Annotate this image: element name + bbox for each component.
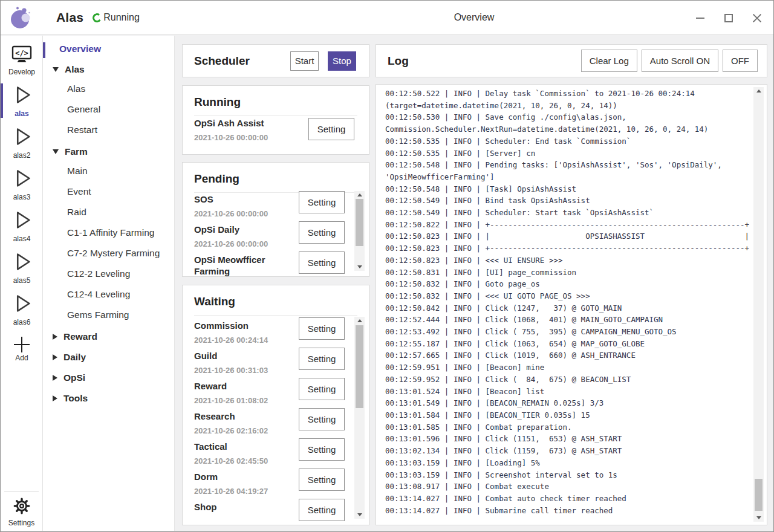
rail-item-develop[interactable]: </> Develop <box>1 43 43 77</box>
task-name: Reward <box>194 380 297 392</box>
scheduler-status: Running <box>103 12 140 23</box>
nav-item-raid[interactable]: Raid <box>43 207 174 220</box>
setting-button[interactable]: Setting <box>299 499 345 521</box>
setting-button[interactable]: Setting <box>308 118 354 140</box>
log-line: 00:12:50.822 | INFO | +-----------------… <box>385 219 750 231</box>
chevron-down-icon <box>53 149 59 154</box>
nav-menu: Overview Alas Alas General Restart Farm … <box>43 36 175 531</box>
setting-button[interactable]: Setting <box>299 378 345 400</box>
nav-item-general[interactable]: General <box>43 104 174 117</box>
log-line: 00:12:50.535 | INFO | Scheduler: End tas… <box>385 135 750 148</box>
scroll-up-arrow-icon[interactable] <box>354 317 365 325</box>
rail-item-label: alas <box>15 109 28 118</box>
task-row: Tactical 2021-10-26 02:45:50 Setting <box>194 441 354 465</box>
plus-icon <box>14 337 30 352</box>
log-line: 00:12:50.831 | INFO | [UI] page_commissi… <box>385 267 750 279</box>
scroll-up-arrow-icon[interactable] <box>354 191 365 199</box>
rail-item-alas4[interactable]: alas4 <box>1 207 43 244</box>
auto-scroll-on-button[interactable]: Auto Scroll ON <box>642 50 718 72</box>
log-line: 00:12:50.832 | INFO | <<< UI GOTO PAGE_O… <box>385 290 750 302</box>
start-button[interactable]: Start <box>290 51 319 71</box>
play-icon <box>11 251 33 275</box>
svg-text:</>: </> <box>15 49 28 57</box>
divider <box>194 315 357 316</box>
close-button[interactable] <box>752 13 763 24</box>
task-row: OpSi Daily 2021-10-26 00:00:00 Setting <box>194 224 354 248</box>
setting-button[interactable]: Setting <box>299 221 345 244</box>
setting-button[interactable]: Setting <box>299 408 345 430</box>
nav-group-daily[interactable]: Daily <box>43 351 174 364</box>
scroll-down-arrow-icon[interactable] <box>753 514 764 522</box>
rail-item-label: Add <box>15 354 28 362</box>
stop-button[interactable]: Stop <box>328 51 356 71</box>
log-scrollbar[interactable] <box>753 87 764 522</box>
nav-item-main[interactable]: Main <box>43 166 174 179</box>
setting-button[interactable]: Setting <box>299 438 345 461</box>
minimize-button[interactable] <box>695 13 706 24</box>
rail-item-label: alas4 <box>13 235 31 243</box>
scroll-up-arrow-icon[interactable] <box>753 87 764 95</box>
setting-button[interactable]: Setting <box>299 348 345 370</box>
nav-group-label: Reward <box>63 331 97 342</box>
scroll-down-arrow-icon[interactable] <box>354 263 365 271</box>
task-name: OpSi Ash Assist <box>194 117 297 129</box>
nav-item-c7-2-mystery-farming[interactable]: C7-2 Mystery Farming <box>43 248 174 261</box>
app-window: Alas Running Overview </> Develop <box>0 0 774 532</box>
log-line: 00:12:50.548 | INFO | [Task] OpsiAshAssi… <box>385 183 750 195</box>
rail-item-label: alas3 <box>13 193 31 201</box>
rail-item-alas2[interactable]: alas2 <box>1 123 43 161</box>
setting-button[interactable]: Setting <box>299 191 345 213</box>
log-line: 00:13:14.027 | INFO | Submarine call tim… <box>385 505 750 517</box>
setting-button[interactable]: Setting <box>299 317 345 340</box>
waiting-scrollbar[interactable] <box>354 317 365 519</box>
log-panel: 00:12:50.522 | INFO | Delay task `Commis… <box>376 84 767 525</box>
nav-item-overview[interactable]: Overview <box>43 44 174 57</box>
log-line: 'OpsiMeowfficerFarming'] <box>385 171 750 183</box>
rail-item-alas6[interactable]: alas6 <box>1 290 43 328</box>
nav-group-label: Tools <box>63 393 88 404</box>
app-title: Alas <box>56 10 83 25</box>
settings-button[interactable]: Settings <box>4 491 39 527</box>
task-name: OpSi Meowfficer Farming <box>194 254 297 277</box>
scrollbar-thumb[interactable] <box>356 199 363 246</box>
scrollbar-thumb[interactable] <box>755 479 763 511</box>
nav-item-c12-2-leveling[interactable]: C12-2 Leveling <box>43 268 174 282</box>
log-line: 00:13:02.134 | INFO | Click (1159, 673) … <box>385 445 750 457</box>
nav-item-gems-farming[interactable]: Gems Farming <box>43 310 174 323</box>
play-icon <box>11 84 33 108</box>
play-icon <box>11 167 33 192</box>
scroll-down-arrow-icon[interactable] <box>354 511 365 519</box>
titlebar: Alas Running Overview <box>1 1 773 35</box>
auto-scroll-off-button[interactable]: OFF <box>723 50 758 72</box>
nav-item-alas[interactable]: Alas <box>43 83 174 97</box>
rail-item-alas3[interactable]: alas3 <box>1 165 43 203</box>
nav-group-opsi[interactable]: OpSi <box>43 371 174 384</box>
log-line: (target=datetime.datetime(2021, 10, 26, … <box>385 100 750 112</box>
pending-scrollbar[interactable] <box>354 191 365 271</box>
nav-item-c1-1-affinity-farming[interactable]: C1-1 Affinity Farming <box>43 227 174 241</box>
nav-group-farm[interactable]: Farm <box>43 145 174 158</box>
nav-group-alas[interactable]: Alas <box>43 63 174 76</box>
scheduler-panel: Scheduler Start Stop <box>182 44 369 77</box>
task-name: Dorm <box>194 471 297 482</box>
log-line: 00:12:52.444 | INFO | Click (1068, 401) … <box>385 314 750 326</box>
nav-item-restart[interactable]: Restart <box>43 125 174 138</box>
maximize-button[interactable] <box>723 13 734 24</box>
nav-item-c12-4-leveling[interactable]: C12-4 Leveling <box>43 289 174 302</box>
rail-item-alas5[interactable]: alas5 <box>1 248 43 286</box>
setting-button[interactable]: Setting <box>299 469 345 491</box>
nav-group-label: OpSi <box>63 372 85 383</box>
nav-group-reward[interactable]: Reward <box>43 330 174 343</box>
nav-group-tools[interactable]: Tools <box>43 392 174 405</box>
scrollbar-thumb[interactable] <box>356 325 363 408</box>
add-instance-button[interactable]: Add <box>1 332 43 363</box>
nav-group-label: Daily <box>63 352 86 363</box>
nav-group-label: Alas <box>65 64 85 75</box>
nav-item-event[interactable]: Event <box>43 186 174 199</box>
setting-button[interactable]: Setting <box>299 251 345 274</box>
clear-log-button[interactable]: Clear Log <box>581 50 637 72</box>
rail-item-alas[interactable]: alas <box>1 82 43 119</box>
rail-item-label: alas2 <box>13 151 31 160</box>
task-row: Dorm 2021-10-26 04:19:27 Setting <box>194 471 354 496</box>
task-name: Shop <box>194 501 297 513</box>
